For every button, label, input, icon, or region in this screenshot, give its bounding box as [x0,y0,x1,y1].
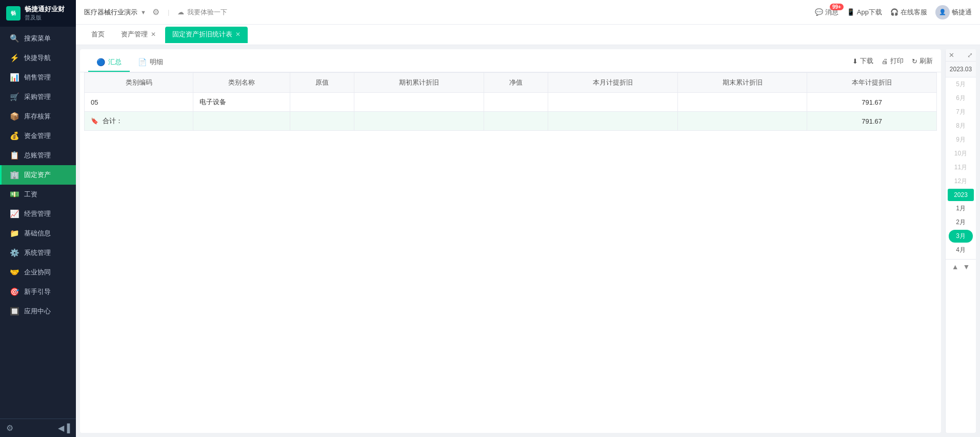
topbar-settings-icon[interactable]: ⚙ [152,7,159,17]
date-item-4[interactable]: 4月 [946,243,976,257]
cell-net [484,93,548,112]
download-button[interactable]: ⬇ 下载 [852,56,873,66]
table-wrap: 类别编码 类别名称 原值 期初累计折旧 净值 本月计提折旧 期末累计折旧 本年计… [80,72,941,433]
cell-monthly [548,93,678,112]
settings-footer-icon[interactable]: ⚙ [6,423,13,433]
refresh-button[interactable]: ↻ 刷新 [912,56,933,66]
message-button[interactable]: 💬 消息 99+ [815,8,838,17]
sidebar-item-search[interactable]: 🔍 搜索菜单 [0,29,76,48]
sum-monthly-cell [548,112,678,131]
sidebar: 畅 畅捷通好业财 普及版 🔍 搜索菜单 ⚡ 快捷导航 📊 销售管理 🛒 采购管理… [0,0,76,437]
tab-home-label: 首页 [91,30,105,39]
tab-asset-mgmt[interactable]: 资产管理 ✕ [114,27,163,43]
tab-home[interactable]: 首页 [84,27,112,43]
summary-tab-icon: 🔵 [96,58,105,66]
enterprise-icon: 🤝 [10,268,19,277]
main-area: 医疗器械行业演示 ▼ ⚙ | ☁ 我要体验一下 💬 消息 99+ 📱 App下载… [76,0,980,437]
sum-name-cell [193,112,290,131]
date-down-icon[interactable]: ▼ [963,263,970,271]
date-item-9[interactable]: 9月 [946,133,976,147]
print-icon: 🖨 [882,57,888,65]
date-panel-expand-btn[interactable]: ⤢ [967,51,973,59]
date-panel-close-btn[interactable]: ✕ [949,51,954,59]
topbar-divider: | [168,8,169,16]
sidebar-item-basic-info[interactable]: 📁 基础信息 [0,224,76,243]
app-center-icon: 🔲 [10,307,19,316]
sidebar-item-sales[interactable]: 📊 销售管理 [0,68,76,87]
sidebar-item-system[interactable]: ⚙️ 系统管理 [0,243,76,263]
sidebar-item-label: 工资 [24,190,37,199]
sidebar-item-guide[interactable]: 🎯 新手引导 [0,282,76,302]
tab-depreciation-table[interactable]: 固定资产折旧统计表 ✕ [165,27,248,43]
tab-depreciation-close[interactable]: ✕ [235,31,241,38]
company-selector[interactable]: 医疗器械行业演示 ▼ [84,8,146,17]
date-item-5[interactable]: 5月 [946,77,976,91]
inner-tab-summary[interactable]: 🔵 汇总 [88,53,130,72]
col-header-net: 净值 [484,73,548,93]
collapse-icon[interactable]: ◀▐ [58,423,70,433]
sidebar-item-label: 资金管理 [24,131,51,141]
sidebar-item-ledger[interactable]: 📋 总账管理 [0,146,76,165]
col-header-annual: 本年计提折旧 [807,73,937,93]
date-item-10[interactable]: 10月 [946,147,976,161]
message-badge: 99+ [830,4,844,10]
date-up-icon[interactable]: ▲ [952,263,959,271]
topbar: 医疗器械行业演示 ▼ ⚙ | ☁ 我要体验一下 💬 消息 99+ 📱 App下载… [76,0,980,25]
search-icon: 🔍 [10,34,19,43]
col-header-name: 类别名称 [193,73,290,93]
sidebar-item-label: 销售管理 [24,73,51,82]
sidebar-item-inventory[interactable]: 📦 库存核算 [0,107,76,126]
col-header-accumulated: 期初累计折旧 [354,73,484,93]
cell-code: 05 [85,93,193,112]
sidebar-item-label: 新手引导 [24,287,51,296]
cell-end-accumulated [677,93,807,112]
sidebar-item-label: 搜索菜单 [24,34,51,43]
col-header-monthly: 本月计提折旧 [548,73,678,93]
cell-original [290,93,354,112]
download-icon: ⬇ [852,57,858,65]
user-avatar[interactable]: 👤 畅捷通 [935,5,972,19]
customer-service-button[interactable]: 🎧 在线客服 [890,8,927,17]
app-download-icon: 📱 [847,8,855,16]
sidebar-item-quick-nav[interactable]: ⚡ 快捷导航 [0,48,76,68]
sum-icon: 🔖 [91,117,98,125]
content-area: 🔵 汇总 📄 明细 ⬇ 下载 🖨 打印 [76,45,980,437]
sum-label: 合计： [103,117,123,125]
sidebar-item-operations[interactable]: 📈 经营管理 [0,204,76,224]
tab-asset-mgmt-close[interactable]: ✕ [151,31,156,38]
system-icon: ⚙️ [10,248,19,257]
avatar-image: 👤 [935,5,950,19]
sidebar-item-app-center[interactable]: 🔲 应用中心 [0,302,76,321]
sidebar-item-purchase[interactable]: 🛒 采购管理 [0,87,76,107]
inner-tab-detail[interactable]: 📄 明细 [130,53,171,72]
date-item-7[interactable]: 7月 [946,105,976,119]
print-button[interactable]: 🖨 打印 [882,56,904,66]
sidebar-item-label: 企业协同 [24,268,51,277]
refresh-icon: ↻ [912,57,917,65]
date-item-12[interactable]: 12月 [946,174,976,188]
experience-button[interactable]: ☁ 我要体验一下 [177,8,227,17]
sum-annual-cell: 791.67 [807,112,937,131]
date-item-year-2023[interactable]: 2023 [948,189,974,201]
date-item-11[interactable]: 11月 [946,161,976,174]
app-title-wrap: 畅捷通好业财 普及版 [25,5,65,22]
summary-tab-label: 汇总 [108,57,122,67]
sidebar-item-enterprise[interactable]: 🤝 企业协同 [0,263,76,282]
sales-icon: 📊 [10,73,19,82]
date-list: 5月 6月 7月 8月 9月 10月 11月 12月 2023 1月 2月 3月… [946,77,976,433]
date-item-6[interactable]: 6月 [946,91,976,105]
sidebar-item-capital[interactable]: 💰 资金管理 [0,126,76,146]
sidebar-item-label: 系统管理 [24,248,51,257]
app-subtitle: 普及版 [25,14,65,22]
sidebar-item-fixed-asset[interactable]: 🏢 固定资产 [0,165,76,185]
date-item-3-active[interactable]: 3月 [949,230,973,243]
app-download-button[interactable]: 📱 App下载 [847,8,882,17]
date-item-8[interactable]: 8月 [946,119,976,133]
date-item-2[interactable]: 2月 [946,215,976,229]
purchase-icon: 🛒 [10,92,19,102]
date-item-1[interactable]: 1月 [946,202,976,215]
inventory-icon: 📦 [10,112,19,121]
sum-original-cell [290,112,354,131]
sidebar-item-payroll[interactable]: 💵 工资 [0,185,76,204]
sidebar-item-label: 库存核算 [24,112,51,121]
